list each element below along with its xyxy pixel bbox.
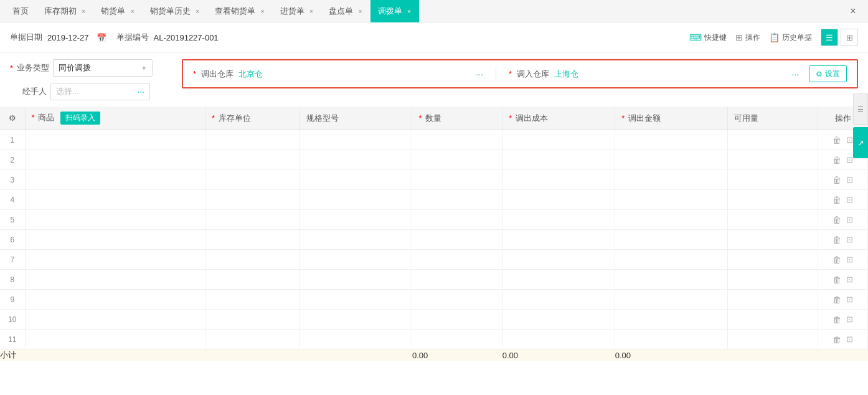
out-warehouse-required: * — [193, 69, 196, 79]
row-delete-icon-3[interactable]: 🗑 — [833, 175, 841, 185]
row-product-1[interactable] — [25, 130, 205, 150]
tab-transfer-close[interactable]: × — [407, 7, 411, 15]
col-unit-label: 库存单位 — [219, 113, 251, 123]
row-product-4[interactable] — [25, 190, 205, 210]
subtotal-empty-1 — [25, 350, 205, 361]
sidebar-list-btn[interactable]: ☰ — [853, 93, 868, 125]
history-action[interactable]: 📋 历史单据 — [769, 32, 812, 43]
tab-view-sales-close[interactable]: × — [260, 7, 264, 15]
row-copy-icon-7[interactable]: ⊡ — [846, 255, 853, 264]
in-warehouse-more-icon[interactable]: ··· — [791, 69, 799, 79]
row-copy-icon-4[interactable]: ⊡ — [846, 195, 853, 204]
row-product-8[interactable] — [25, 270, 205, 290]
grid-view-button[interactable]: ⊞ — [841, 29, 858, 46]
row-spec-8 — [300, 270, 412, 290]
row-unit-11 — [205, 330, 300, 350]
tab-stock-init[interactable]: 库存期初 × — [37, 0, 93, 22]
row-copy-icon-10[interactable]: ⊡ — [846, 315, 853, 324]
tab-sales-order[interactable]: 销货单 × — [93, 0, 142, 22]
col-qty: * 数量 — [412, 107, 502, 130]
tab-purchase-close[interactable]: × — [309, 7, 313, 15]
row-delete-icon-11[interactable]: 🗑 — [833, 335, 841, 345]
tab-sales-order-close[interactable]: × — [130, 7, 134, 15]
col-product: * 商品 扫码录入 — [25, 107, 205, 130]
row-delete-icon-10[interactable]: 🗑 — [833, 315, 841, 325]
row-copy-icon-3[interactable]: ⊡ — [846, 175, 853, 184]
row-delete-icon-7[interactable]: 🗑 — [833, 255, 841, 265]
row-delete-icon-4[interactable]: 🗑 — [833, 195, 841, 205]
calendar-icon[interactable]: 📅 — [97, 33, 106, 42]
row-product-2[interactable] — [25, 150, 205, 170]
out-warehouse-value[interactable]: 北京仓 — [238, 69, 263, 80]
window-close-button[interactable]: × — [843, 1, 863, 21]
in-warehouse-value[interactable]: 上海仓 — [554, 69, 578, 80]
date-value[interactable]: 2019-12-27 — [47, 33, 89, 42]
shortcut-action[interactable]: ⌨ 快捷键 — [689, 32, 727, 43]
row-copy-icon-8[interactable]: ⊡ — [846, 275, 853, 284]
operations-action[interactable]: ⊞ 操作 — [735, 32, 760, 43]
row-copy-icon-11[interactable]: ⊡ — [846, 335, 853, 344]
row-delete-icon-5[interactable]: 🗑 — [833, 215, 841, 225]
tab-sales-order-label: 销货单 — [101, 6, 125, 17]
row-product-7[interactable] — [25, 250, 205, 270]
row-unit-7 — [205, 250, 300, 270]
table-header-row: ⚙ * 商品 扫码录入 * 库存单位 规格型号 * — [0, 107, 868, 130]
tab-transfer[interactable]: 调拨单 × — [370, 0, 419, 22]
row-product-10[interactable] — [25, 310, 205, 330]
tab-inventory[interactable]: 盘点单 × — [321, 0, 370, 22]
row-qty-5 — [412, 210, 502, 230]
row-delete-icon-8[interactable]: 🗑 — [833, 275, 841, 285]
row-delete-icon-2[interactable]: 🗑 — [833, 155, 841, 165]
row-unit-4 — [205, 190, 300, 210]
sidebar-expand-btn[interactable]: ↗ — [853, 127, 868, 158]
table-row: 2 🗑 ⊡ — [0, 150, 868, 170]
row-spec-1 — [300, 130, 412, 150]
in-warehouse-required: * — [509, 69, 512, 79]
warehouse-divider — [496, 67, 496, 81]
right-sidebar: ☰ ↗ — [853, 93, 868, 158]
row-num-9: 9 — [0, 290, 25, 310]
settings-button[interactable]: ⚙ 设置 — [809, 65, 847, 82]
tab-sales-history[interactable]: 销货单历史 × — [143, 0, 207, 22]
business-type-select[interactable]: 同价调拨 ▼ — [53, 59, 153, 77]
subtotal-empty-2 — [205, 350, 300, 361]
list-view-button[interactable]: ☰ — [821, 29, 838, 46]
scan-button[interactable]: 扫码录入 — [60, 112, 100, 125]
tab-stock-init-close[interactable]: × — [82, 7, 85, 15]
row-product-3[interactable] — [25, 170, 205, 190]
row-product-9[interactable] — [25, 290, 205, 310]
row-copy-icon-6[interactable]: ⊡ — [846, 235, 853, 244]
grid-icon: ⊞ — [846, 33, 853, 42]
toolbar: 单据日期 2019-12-27 📅 单据编号 AL-20191227-001 ⌨… — [0, 22, 868, 53]
row-copy-icon-9[interactable]: ⊡ — [846, 295, 853, 304]
row-num-4: 4 — [0, 190, 25, 210]
row-spec-10 — [300, 310, 412, 330]
tab-sales-history-close[interactable]: × — [196, 7, 199, 15]
table-row: 1 🗑 ⊡ — [0, 130, 868, 150]
col-gear[interactable]: ⚙ — [0, 107, 25, 130]
tab-view-sales[interactable]: 查看销货单 × — [207, 0, 272, 22]
tab-inventory-close[interactable]: × — [358, 7, 362, 15]
row-qty-6 — [412, 230, 502, 250]
row-delete-icon-6[interactable]: 🗑 — [833, 235, 841, 245]
row-copy-icon-5[interactable]: ⊡ — [846, 215, 853, 224]
row-product-5[interactable] — [25, 210, 205, 230]
row-unit-2 — [205, 150, 300, 170]
row-delete-icon-1[interactable]: 🗑 — [833, 135, 841, 145]
settings-gear-icon: ⚙ — [816, 70, 823, 79]
row-product-6[interactable] — [25, 230, 205, 250]
tab-home[interactable]: 首页 — [5, 0, 37, 22]
row-cost-1 — [502, 130, 615, 150]
out-warehouse-more-icon[interactable]: ··· — [476, 69, 483, 79]
handler-select[interactable]: 选择... ··· — [50, 83, 150, 100]
tab-purchase[interactable]: 进货单 × — [273, 0, 321, 22]
row-ops-3: 🗑 ⊡ — [818, 170, 868, 190]
handler-more-icon[interactable]: ··· — [137, 87, 144, 97]
row-qty-11 — [412, 330, 502, 350]
row-num-11: 11 — [0, 330, 25, 350]
row-copy-icon-2[interactable]: ⊡ — [846, 155, 853, 164]
date-label: 单据日期 — [10, 32, 42, 43]
row-copy-icon-1[interactable]: ⊡ — [846, 135, 853, 145]
row-product-11[interactable] — [25, 330, 205, 350]
row-delete-icon-9[interactable]: 🗑 — [833, 295, 841, 305]
